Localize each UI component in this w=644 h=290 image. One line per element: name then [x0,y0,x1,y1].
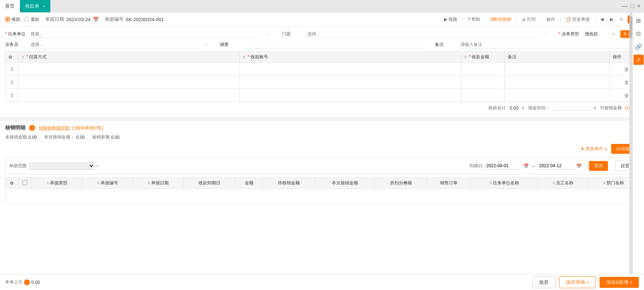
row-delete-3[interactable]: 🗑 [624,93,629,98]
counterpart-more-btn[interactable]: ··· [264,31,271,37]
counterpart-input[interactable] [29,30,262,38]
date-from-input[interactable] [485,162,521,169]
sidebar-icon-link[interactable]: 🔗 [633,42,644,52]
summary-input[interactable] [244,41,424,48]
calendar-to-icon[interactable]: 📅 [576,164,582,169]
calendar-from-icon[interactable]: 📅 [523,164,529,169]
abandon-btn[interactable]: 放弃 [532,277,555,288]
history-btn[interactable]: 📋 历史单据 [564,16,591,23]
header-date: 单据日期 2023-03-24 📅 [45,16,99,23]
col-remark: 备注 [504,52,609,63]
row-account-1[interactable] [240,63,461,76]
row-account-3[interactable] [240,89,461,102]
row-amount-1[interactable] [461,63,504,76]
bottom-info-icon[interactable]: i [24,279,30,285]
more-conditions-btn[interactable]: ▼ 更多条件 ∧ [580,146,608,152]
row-remark-1[interactable] [504,63,609,76]
bottom-spacer [0,207,644,223]
query-btn[interactable]: 查询 [589,161,608,171]
row-settlement-3[interactable] [19,89,240,102]
sidebar-icon-table[interactable]: ⊞ [633,15,644,26]
verify-tab-done[interactable]: 已核销单据(0笔) [72,125,103,131]
sidebar-icon-expand[interactable]: ↗ [633,55,644,65]
row-settlement-2[interactable] [19,76,240,89]
col-staff-name: ⇅员工名称 [538,178,588,189]
radio-refund[interactable]: 退款 [24,16,39,23]
col-amount2: 金额 [235,178,263,189]
table-footer: 收款合计 0.00 + 现金折扣： = 可核销金额 0.00 [5,102,639,114]
form-row-1: * 往来单位 ··· 门店 ··· * 业务类型 预收款 ▾ ⚙ 设置 [5,30,639,38]
business-type-dropdown-icon[interactable]: ▾ [613,32,614,36]
close-icon[interactable]: × [637,3,640,9]
list-view[interactable]: ≡ [619,16,624,23]
row-remark-3[interactable] [504,89,609,102]
save-new-btn[interactable]: 保存&新增 ∧ [600,277,639,288]
tab-home[interactable]: 首页 [0,0,20,12]
nav-next[interactable]: ▶ [609,16,615,23]
bottom-check-col[interactable] [19,178,32,189]
shortcut-btn[interactable]: ⌨ 快捷键 [489,16,513,23]
tab-receipt[interactable]: 收款单 × [20,0,51,12]
row-delete-1[interactable]: 🗑 [624,66,629,72]
verify-section: 核销明细 i 待核销单据(0笔) 已核销单据(0笔) 未核销金额 0.00 本次… [0,121,644,207]
row-amount-3[interactable] [461,89,504,102]
select-all-checkbox[interactable] [23,180,27,185]
maximize-icon[interactable]: □ [631,3,634,9]
save-draft-btn[interactable]: 保存草稿 ∧ [559,277,596,288]
verify-toolbar: ▼ 更多条件 ∧ 自动核销 [5,144,639,154]
nav-prev[interactable]: ◀ [599,16,605,23]
print-btn[interactable]: 🖨 打印 [520,16,537,23]
staff-more-btn[interactable]: ··· [202,42,209,47]
store-more-btn[interactable]: ··· [541,31,548,37]
right-sidebar: ⊞ ⊟ 🔗 ↗ [632,12,644,274]
staff-label: 业务员 [5,42,27,48]
bottom-gear-col[interactable]: ⚙ [5,178,19,189]
video-btn[interactable]: ▶ 视频 [443,16,459,23]
staff-input[interactable] [29,41,200,48]
calendar-icon[interactable]: 📅 [93,17,99,22]
header-actions: ▶ 视频 ? 帮助 ⌨ 快捷键 🖨 打印 操作 [443,15,639,23]
remark-input[interactable] [459,41,639,48]
verify-info-icon[interactable]: i [29,125,35,131]
gear-col[interactable]: ⚙ [5,52,19,63]
save-draft-arrow: ∧ [586,280,589,284]
sidebar-icon-chart[interactable]: ⊟ [633,28,644,39]
col-current-verify: 本次核销金额 [315,178,375,189]
summary-label: 摘要 [220,42,242,48]
range-chevron: ▾ [97,164,98,168]
radio-receive[interactable]: 收款 [5,16,20,23]
col-counterpart-name: ⇅往来单位名称 [471,178,537,189]
divider6 [595,16,595,22]
discount-input[interactable] [554,105,590,111]
row-delete-2[interactable]: 🗑 [624,79,629,85]
row-settlement-1[interactable] [19,63,240,76]
scroll-thumb[interactable] [629,16,632,38]
operate-btn[interactable]: 操作 [545,16,557,23]
help-btn[interactable]: ? 帮助 [466,16,482,23]
business-type-value: 预收款 [585,31,598,37]
table-row: 1 🗑 ⊕ [5,63,639,76]
summary-field: 摘要 [220,41,424,48]
verify-tabs: 待核销单据(0笔) 已核销单据(0笔) [39,125,103,131]
verify-header: 核销明细 i 待核销单据(0笔) 已核销单据(0笔) [5,125,639,131]
business-type-label: * 业务类型 [559,31,581,37]
date-to-input[interactable] [538,162,574,169]
row-account-2[interactable] [240,76,461,89]
shortcut-icon: ⌨ [491,17,497,22]
radio-group: 收款 退款 [5,16,39,23]
help-icon: ? [468,17,470,22]
counterpart-label: * 往来单位 [5,31,27,37]
divider3 [516,16,517,22]
row-remark-2[interactable] [504,76,609,89]
col-doc-date: ⇅单据日期 [133,178,183,189]
minimize-icon[interactable]: — [622,3,628,9]
right-scrollbar[interactable] [629,12,632,274]
tab-close-icon[interactable]: × [43,4,45,8]
row-num-3: 3 [5,89,19,102]
filter-range: 单据范围 ▾ [9,162,98,170]
data-table: ⚙ ⇅ * 结算方式 ⇅ * 收款账号 ⇅ * 收款 [5,51,639,102]
store-input[interactable] [306,30,539,38]
verify-tab-pending[interactable]: 待核销单据(0笔) [39,125,70,131]
range-select[interactable] [29,162,94,170]
row-amount-2[interactable] [461,76,504,89]
